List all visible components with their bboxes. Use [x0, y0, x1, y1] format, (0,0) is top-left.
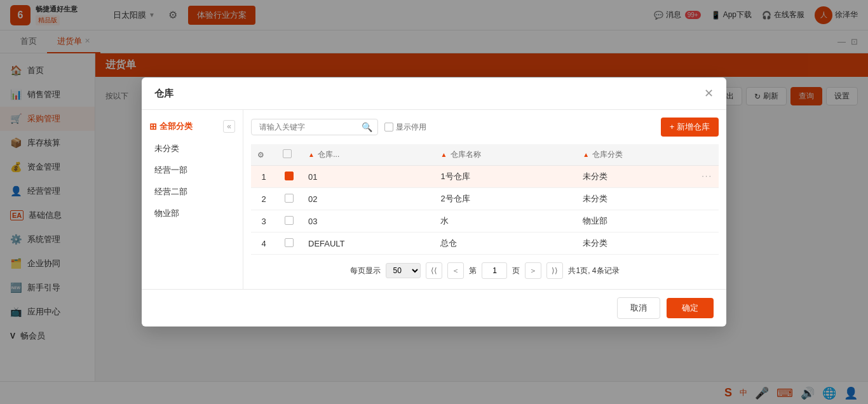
modal-header: 仓库 ✕: [142, 77, 726, 110]
modal-close-button[interactable]: ✕: [704, 86, 714, 100]
first-page-button[interactable]: ⟨⟨: [426, 262, 442, 279]
sort-icon: ▲: [308, 151, 315, 158]
table-row[interactable]: 3 03 水 物业部: [251, 210, 719, 232]
th-name: ▲ 仓库名称: [434, 144, 576, 166]
modal-category-dept2[interactable]: 经营二部: [142, 181, 243, 203]
row-checkbox-1[interactable]: [276, 166, 302, 188]
modal-search-toolbar: 🔍 显示停用 + 新增仓库: [251, 118, 719, 137]
grid-icon: ⊞: [149, 121, 157, 131]
confirm-button[interactable]: 确定: [667, 298, 714, 318]
pagination: 每页显示 50 20 100 ⟨⟨ ＜ 第 页 ＞ ⟩⟩ 共1页, 4条记录: [251, 255, 719, 281]
modal-category-dept1[interactable]: 经营一部: [142, 159, 243, 181]
warehouse-modal: 仓库 ✕ ⊞ 全部分类 « 未分类 经营一部: [142, 77, 726, 327]
checkbox-4[interactable]: [285, 238, 294, 247]
add-warehouse-button[interactable]: + 新增仓库: [661, 118, 719, 137]
modal-all-category[interactable]: ⊞ 全部分类: [149, 121, 193, 132]
table-row[interactable]: 4 DEFAULT 总仓 未分类: [251, 232, 719, 255]
th-settings: ⚙: [251, 144, 276, 166]
page-label: 第: [469, 266, 477, 276]
modal-footer: 取消 确定: [142, 289, 726, 327]
row-cat-2: 未分类: [576, 188, 719, 210]
row-code-1: 01: [302, 166, 434, 188]
modal-overlay: 仓库 ✕ ⊞ 全部分类 « 未分类 经营一部: [0, 0, 868, 404]
table-row[interactable]: 1 01 1号仓库 未分类 ···: [251, 166, 719, 188]
row-name-1: 1号仓库: [434, 166, 576, 188]
row-checkbox-4[interactable]: [276, 232, 302, 255]
row-actions-1[interactable]: ···: [702, 171, 712, 180]
last-page-button[interactable]: ⟩⟩: [546, 262, 563, 279]
modal-title: 仓库: [154, 88, 173, 100]
collapse-sidebar-button[interactable]: «: [223, 120, 235, 133]
show-disabled-checkbox[interactable]: [384, 123, 393, 131]
table-row[interactable]: 2 02 2号仓库 未分类: [251, 188, 719, 210]
prev-page-button[interactable]: ＜: [447, 262, 464, 279]
row-checkbox-2[interactable]: [276, 188, 302, 210]
modal-sidebar: ⊞ 全部分类 « 未分类 经营一部 经营二部 物业部: [142, 110, 243, 289]
modal-sidebar-header: ⊞ 全部分类 «: [142, 115, 243, 138]
row-cat-3: 物业部: [576, 210, 719, 232]
row-num: 2: [251, 188, 276, 210]
table-header: ⚙ ▲ 仓库... ▲ 仓库名称: [251, 144, 719, 166]
checkbox-2[interactable]: [285, 194, 294, 203]
row-cat-4: 未分类: [576, 232, 719, 255]
row-num: 4: [251, 232, 276, 255]
modal-main-content: 🔍 显示停用 + 新增仓库 ⚙: [243, 110, 726, 289]
row-checkbox-3[interactable]: [276, 210, 302, 232]
sort-icon-cat: ▲: [583, 151, 589, 158]
page-number-input[interactable]: [482, 262, 507, 279]
table-body: 1 01 1号仓库 未分类 ···: [251, 166, 719, 255]
checkbox-3[interactable]: [285, 216, 294, 225]
select-all-checkbox[interactable]: [283, 149, 292, 158]
per-page-label: 每页显示: [350, 266, 381, 276]
row-cat-1: 未分类 ···: [576, 166, 719, 188]
row-name-3: 水: [434, 210, 576, 232]
row-num: 3: [251, 210, 276, 232]
row-name-2: 2号仓库: [434, 188, 576, 210]
page-unit: 页: [512, 266, 520, 276]
warehouse-table: ⚙ ▲ 仓库... ▲ 仓库名称: [251, 144, 719, 255]
row-code-4: DEFAULT: [302, 232, 434, 255]
row-name-4: 总仓: [434, 232, 576, 255]
modal-category-unclassified[interactable]: 未分类: [142, 138, 243, 159]
next-page-button[interactable]: ＞: [525, 262, 541, 279]
th-code: ▲ 仓库...: [302, 144, 434, 166]
row-code-2: 02: [302, 188, 434, 210]
sort-icon-name: ▲: [440, 151, 447, 158]
row-code-3: 03: [302, 210, 434, 232]
per-page-select[interactable]: 50 20 100: [386, 263, 421, 278]
checkbox-1[interactable]: [285, 172, 294, 180]
search-box: 🔍: [251, 119, 378, 135]
search-input[interactable]: [257, 119, 362, 135]
warehouse-table-container: ⚙ ▲ 仓库... ▲ 仓库名称: [251, 144, 719, 255]
modal-body: ⊞ 全部分类 « 未分类 经营一部 经营二部 物业部: [142, 110, 726, 289]
total-info: 共1页, 4条记录: [568, 266, 619, 276]
th-category: ▲ 仓库分类: [576, 144, 719, 166]
modal-category-property[interactable]: 物业部: [142, 203, 243, 224]
cancel-button[interactable]: 取消: [617, 297, 660, 319]
row-num: 1: [251, 166, 276, 188]
search-icon[interactable]: 🔍: [362, 122, 372, 132]
th-checkbox: [276, 144, 302, 166]
show-disabled-toggle[interactable]: 显示停用: [384, 122, 426, 133]
